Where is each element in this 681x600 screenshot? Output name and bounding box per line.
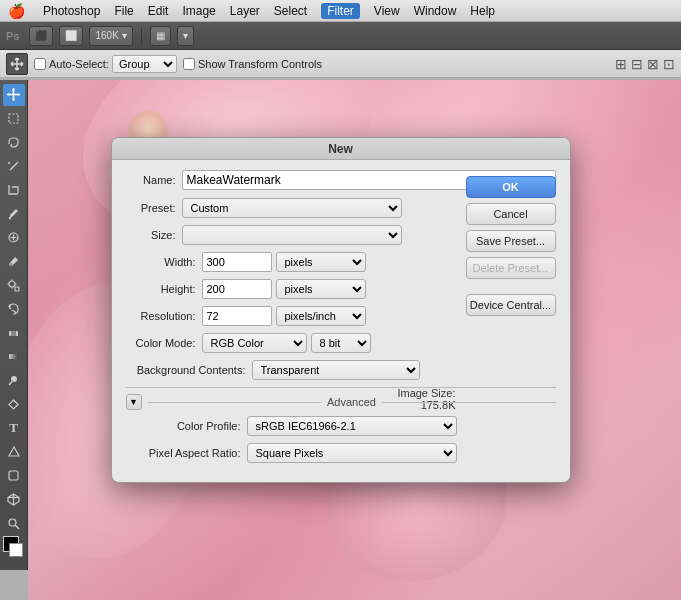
- colorprofile-row: Color Profile: sRGB IEC61966-2.1 Adobe R…: [126, 416, 556, 436]
- preset-label: Preset:: [126, 202, 176, 214]
- device-central-button[interactable]: Device Central...: [466, 294, 556, 316]
- bgcontents-label: Background Contents:: [126, 364, 246, 376]
- colormode-row: Color Mode: RGB Color CMYK Color Graysca…: [126, 333, 556, 353]
- colorprofile-dropdown[interactable]: sRGB IEC61966-2.1 Adobe RGB (1998) ProPh…: [247, 416, 457, 436]
- resolution-input[interactable]: [202, 306, 272, 326]
- dialog-buttons: OK Cancel Save Preset... Delete Preset..…: [466, 176, 556, 316]
- size-label: Size:: [126, 229, 176, 241]
- size-dropdown[interactable]: [182, 225, 402, 245]
- width-unit-dropdown[interactable]: pixels inches cm: [276, 252, 366, 272]
- pixelaspect-label: Pixel Aspect Ratio:: [126, 447, 241, 459]
- advanced-toggle-button[interactable]: ▼: [126, 394, 142, 410]
- advanced-label: Advanced: [327, 396, 376, 408]
- name-label: Name:: [126, 174, 176, 186]
- width-label: Width:: [126, 256, 196, 268]
- resolution-unit-dropdown[interactable]: pixels/inch pixels/cm: [276, 306, 366, 326]
- advanced-header: ▼ Advanced: [126, 394, 556, 410]
- colorprofile-label: Color Profile:: [126, 420, 241, 432]
- advanced-section: ▼ Advanced Color Profile: sRGB IEC61966-…: [126, 387, 556, 463]
- bgcontents-dropdown[interactable]: Transparent White Background Color: [252, 360, 420, 380]
- ok-button[interactable]: OK: [466, 176, 556, 198]
- dialog-title: New: [328, 142, 353, 156]
- height-unit-dropdown[interactable]: pixels inches cm: [276, 279, 366, 299]
- pixelaspect-row: Pixel Aspect Ratio: Square Pixels D1/DV …: [126, 443, 556, 463]
- save-preset-button[interactable]: Save Preset...: [466, 230, 556, 252]
- resolution-label: Resolution:: [126, 310, 196, 322]
- colordepth-dropdown[interactable]: 8 bit 16 bit 32 bit: [311, 333, 371, 353]
- colormode-dropdown[interactable]: RGB Color CMYK Color Grayscale Lab Color…: [202, 333, 307, 353]
- colormode-label: Color Mode:: [126, 337, 196, 349]
- height-label: Height:: [126, 283, 196, 295]
- dialog-titlebar: New: [112, 138, 570, 160]
- width-input[interactable]: [202, 252, 272, 272]
- dialog-overlay: New OK Cancel Save Preset... Delete Pres…: [0, 0, 681, 600]
- advanced-line-right: [382, 402, 556, 403]
- advanced-line-left: [148, 402, 322, 403]
- new-document-dialog: New OK Cancel Save Preset... Delete Pres…: [111, 137, 571, 483]
- preset-dropdown[interactable]: Custom Default Photoshop Size Letter Leg…: [182, 198, 402, 218]
- height-input[interactable]: [202, 279, 272, 299]
- bgcontents-row: Background Contents: Transparent White B…: [126, 360, 556, 380]
- pixelaspect-dropdown[interactable]: Square Pixels D1/DV NTSC (0.9) D1/DV PAL…: [247, 443, 457, 463]
- delete-preset-button[interactable]: Delete Preset...: [466, 257, 556, 279]
- cancel-button[interactable]: Cancel: [466, 203, 556, 225]
